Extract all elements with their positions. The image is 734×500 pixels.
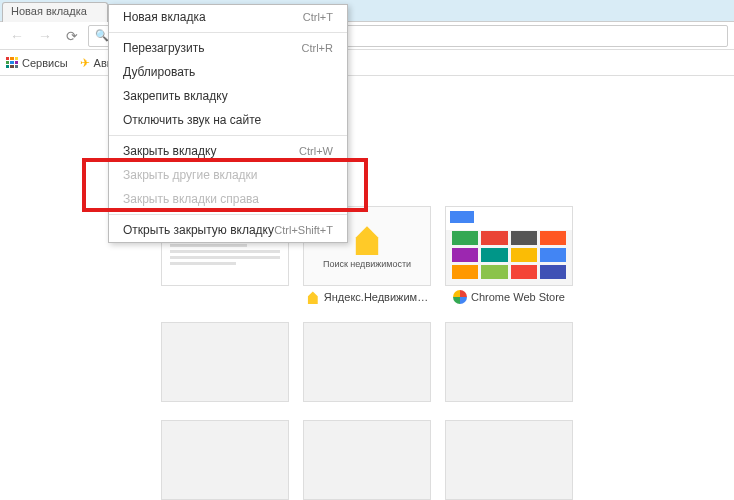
menu-item-label: Дублировать xyxy=(123,65,195,79)
back-button[interactable]: ← xyxy=(6,28,28,44)
apps-label: Сервисы xyxy=(22,57,68,69)
tile-empty-2[interactable] xyxy=(303,322,431,402)
reload-button[interactable]: ⟳ xyxy=(62,28,82,44)
apps-shortcut[interactable]: Сервисы xyxy=(6,57,68,69)
menu-item-label: Отключить звук на сайте xyxy=(123,113,261,127)
menu-duplicate[interactable]: Дублировать xyxy=(109,60,347,84)
menu-reopen-closed[interactable]: Открыть закрытую вкладкуCtrl+Shift+T xyxy=(109,218,347,242)
menu-item-label: Закрыть вкладки справа xyxy=(123,192,259,206)
menu-mute-site[interactable]: Отключить звук на сайте xyxy=(109,108,347,132)
menu-close-right: Закрыть вкладки справа xyxy=(109,187,347,211)
menu-item-label: Закрепить вкладку xyxy=(123,89,228,103)
house-favicon xyxy=(306,290,320,304)
menu-close-tab[interactable]: Закрыть вкладкуCtrl+W xyxy=(109,139,347,163)
tab-context-menu: Новая вкладкаCtrl+TПерезагрузитьCtrl+RДу… xyxy=(108,4,348,243)
menu-item-label: Закрыть другие вкладки xyxy=(123,168,258,182)
tile-thumbnail xyxy=(303,420,431,500)
tile-empty-4[interactable] xyxy=(161,420,289,500)
tile-thumbnail xyxy=(445,322,573,402)
forward-button[interactable]: → xyxy=(34,28,56,44)
tile-thumbnail xyxy=(445,420,573,500)
menu-item-shortcut: Ctrl+T xyxy=(303,11,333,23)
menu-pin-tab[interactable]: Закрепить вкладку xyxy=(109,84,347,108)
tile-label: Chrome Web Store xyxy=(471,291,565,303)
tile-thumbnail xyxy=(161,322,289,402)
tile-caption: Поиск недвижимости xyxy=(323,259,411,269)
menu-separator xyxy=(109,214,347,215)
tile-label: Яндекс.Недвижим… xyxy=(324,291,428,303)
menu-reload[interactable]: ПерезагрузитьCtrl+R xyxy=(109,36,347,60)
menu-item-shortcut: Ctrl+Shift+T xyxy=(274,224,333,236)
tile-empty-6[interactable] xyxy=(445,420,573,500)
tile-thumbnail xyxy=(303,322,431,402)
chrome-store-favicon xyxy=(453,290,467,304)
menu-item-label: Новая вкладка xyxy=(123,10,206,24)
menu-separator xyxy=(109,135,347,136)
tile-empty-5[interactable] xyxy=(303,420,431,500)
menu-new-tab[interactable]: Новая вкладкаCtrl+T xyxy=(109,5,347,29)
tile-thumbnail xyxy=(161,420,289,500)
house-icon xyxy=(351,223,383,255)
menu-item-label: Перезагрузить xyxy=(123,41,204,55)
most-visited-tiles: Поиск недвижимости Яндекс.Недвижим… Chro… xyxy=(161,206,573,500)
menu-item-label: Закрыть вкладку xyxy=(123,144,216,158)
tile-empty-1[interactable] xyxy=(161,322,289,402)
menu-separator xyxy=(109,32,347,33)
search-icon: 🔍 xyxy=(95,29,109,42)
menu-close-others: Закрыть другие вкладки xyxy=(109,163,347,187)
menu-item-label: Открыть закрытую вкладку xyxy=(123,223,274,237)
plane-icon: ✈ xyxy=(80,56,90,70)
browser-tab[interactable]: Новая вкладка xyxy=(2,2,108,22)
apps-icon xyxy=(6,57,18,69)
tile-chrome-web-store[interactable]: Chrome Web Store xyxy=(445,206,573,304)
menu-item-shortcut: Ctrl+R xyxy=(302,42,333,54)
tile-empty-3[interactable] xyxy=(445,322,573,402)
menu-item-shortcut: Ctrl+W xyxy=(299,145,333,157)
tile-thumbnail xyxy=(445,206,573,286)
